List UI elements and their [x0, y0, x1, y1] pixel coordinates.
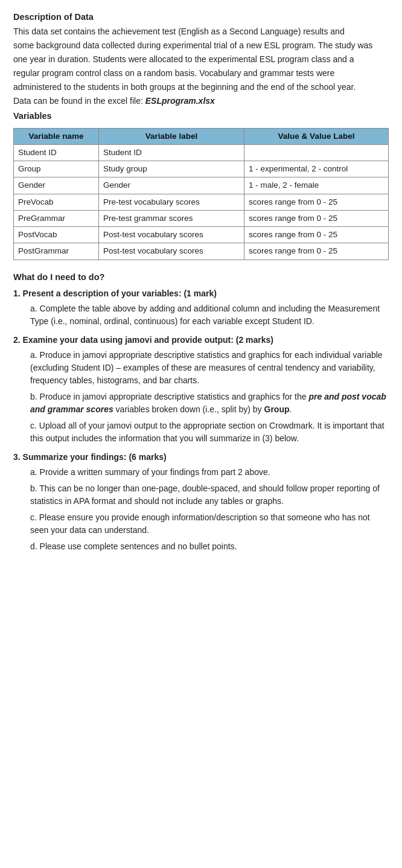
table-cell-r4-c1: Pre-test grammar scores	[99, 210, 244, 226]
description-section: Description of Data This data set contai…	[13, 11, 389, 107]
col-header-variable-name: Variable name	[14, 128, 99, 144]
q2-c-letter: c.	[30, 421, 39, 430]
questions-heading: What do I need to do?	[13, 271, 389, 284]
table-cell-r5-c1: Post-test vocabulary scores	[99, 227, 244, 243]
q3-b: b. This can be no longer than one-page, …	[30, 482, 389, 508]
q3-a: a. Provide a written summary of your fin…	[30, 466, 389, 479]
question-3: 3. Summarize your findings: (6 marks) a.…	[13, 451, 389, 553]
table-header-row: Variable name Variable label Value & Val…	[14, 128, 389, 144]
question-1: 1. Present a description of your variabl…	[13, 287, 389, 328]
table-cell-r0-c1: Student ID	[99, 144, 244, 161]
table-cell-r5-c2: scores range from 0 - 25	[244, 227, 389, 243]
table-cell-r1-c0: Group	[14, 161, 99, 177]
q2-b-group: Group	[264, 404, 290, 414]
q3-c-letter: c.	[30, 512, 39, 522]
variables-table: Variable name Variable label Value & Val…	[13, 128, 389, 260]
table-cell-r3-c2: scores range from 0 - 25	[244, 194, 389, 210]
table-row: GenderGender1 - male, 2 - female	[14, 177, 389, 194]
table-cell-r1-c2: 1 - experimental, 2 - control	[244, 161, 389, 177]
table-cell-r0-c0: Student ID	[14, 144, 99, 161]
table-row: PreVocabPre-test vocabulary scoresscores…	[14, 194, 389, 210]
q3-a-text: Provide a written summary of your findin…	[40, 467, 270, 477]
col-header-variable-label: Variable label	[99, 128, 244, 144]
main-questions-list: 1. Present a description of your variabl…	[13, 287, 389, 553]
q3-a-letter: a.	[30, 467, 40, 477]
q2-num: 2.	[13, 335, 23, 345]
q1-a: a. Complete the table above by adding an…	[30, 302, 389, 328]
q3-d: d. Please use complete sentences and no …	[30, 540, 389, 553]
q2-a: a. Produce in jamovi appropriate descrip…	[30, 349, 389, 387]
col-header-value-label: Value & Value Label	[244, 128, 389, 144]
description-body-4: regular program control class on a rando…	[13, 67, 389, 80]
q2-sublist: a. Produce in jamovi appropriate descrip…	[13, 349, 389, 445]
description-title: Description of Data	[13, 11, 389, 24]
q3-c-text: Please ensure you provide enough informa…	[30, 512, 370, 535]
table-cell-r4-c0: PreGrammar	[14, 210, 99, 226]
q1-num: 1.	[13, 289, 23, 298]
q2-label: Examine your data using jamovi and provi…	[23, 335, 273, 345]
q3-sublist: a. Provide a written summary of your fin…	[13, 466, 389, 553]
q2-b-text: Produce in jamovi appropriate descriptiv…	[30, 392, 386, 414]
q3-c: c. Please ensure you provide enough info…	[30, 511, 389, 537]
q1-a-text: Complete the table above by adding and a…	[30, 304, 380, 326]
q1-sublist: a. Complete the table above by adding an…	[13, 302, 389, 328]
table-cell-r5-c0: PostVocab	[14, 227, 99, 243]
description-body-5: administered to the students in both gro…	[13, 81, 389, 94]
table-cell-r4-c2: scores range from 0 - 25	[244, 210, 389, 226]
table-row: PostVocabPost-test vocabulary scoresscor…	[14, 227, 389, 243]
q1-label: Present a description of your variables:…	[23, 289, 217, 298]
q2-c-text: Upload all of your jamovi output to the …	[30, 421, 384, 443]
description-body-2: some background data collected during ex…	[13, 39, 389, 52]
variables-heading: Variables	[13, 110, 389, 123]
table-row: GroupStudy group1 - experimental, 2 - co…	[14, 161, 389, 177]
q2-c: c. Upload all of your jamovi output to t…	[30, 420, 389, 445]
description-body-1: This data set contains the achievement t…	[13, 25, 389, 38]
table-cell-r2-c0: Gender	[14, 177, 99, 194]
q2-b: b. Produce in jamovi appropriate descrip…	[30, 391, 389, 416]
question-2: 2. Examine your data using jamovi and pr…	[13, 334, 389, 445]
q2-a-letter: a.	[30, 350, 40, 360]
questions-section: What do I need to do? 1. Present a descr…	[13, 271, 389, 554]
excel-filename: ESLprogram.xlsx	[145, 96, 215, 106]
q3-d-text: Please use complete sentences and no bul…	[40, 541, 237, 551]
q2-b-letter: b.	[30, 392, 40, 401]
q3-num: 3.	[13, 452, 23, 462]
q2-b-emphasis: pre and post vocab and grammar scores	[30, 392, 386, 414]
description-body-3: one year in duration. Students were allo…	[13, 53, 389, 66]
table-cell-r2-c1: Gender	[99, 177, 244, 194]
table-cell-r3-c1: Pre-test vocabulary scores	[99, 194, 244, 210]
table-cell-r3-c0: PreVocab	[14, 194, 99, 210]
q3-b-letter: b.	[30, 483, 39, 493]
table-cell-r6-c2: scores range from 0 - 25	[244, 243, 389, 260]
q3-b-text: This can be no longer than one-page, dou…	[30, 483, 380, 506]
table-cell-r6-c1: Post-test vocabulary scores	[99, 243, 244, 260]
table-row: PostGrammarPost-test vocabulary scoressc…	[14, 243, 389, 260]
table-cell-r6-c0: PostGrammar	[14, 243, 99, 260]
q3-label: Summarize your findings: (6 marks)	[23, 452, 167, 462]
q3-d-letter: d.	[30, 541, 40, 551]
table-cell-r2-c2: 1 - male, 2 - female	[244, 177, 389, 194]
table-cell-r1-c1: Study group	[99, 161, 244, 177]
q2-a-text: Produce in jamovi appropriate descriptiv…	[30, 350, 383, 385]
q1-a-letter: a.	[30, 304, 40, 313]
table-row: Student IDStudent ID	[14, 144, 389, 161]
table-cell-r0-c2	[244, 144, 389, 161]
description-body-6: Data can be found in the excel file: ESL…	[13, 95, 389, 107]
table-row: PreGrammarPre-test grammar scoresscores …	[14, 210, 389, 226]
